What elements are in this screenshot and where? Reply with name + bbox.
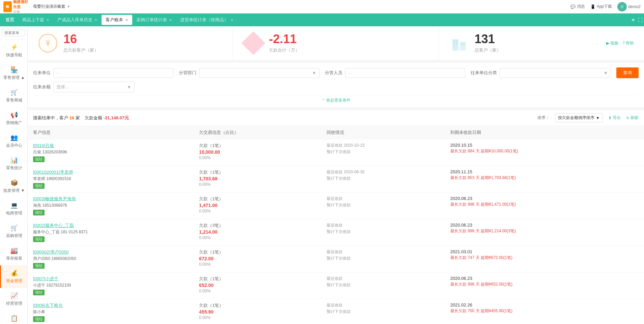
balance-select[interactable]: 选择... ▼ — [53, 82, 134, 92]
overdue-amount-5[interactable]: 超期¥652.00(1笔) — [481, 282, 512, 287]
sidebar-item-member[interactable]: 👥 会员中心 — [0, 130, 27, 152]
debt-count-2: 欠款（1笔） — [199, 196, 316, 202]
overdue-amount-0[interactable]: 超期¥10,000.00(1笔) — [481, 149, 518, 153]
view-video-btn[interactable]: ▶ 视频 — [606, 40, 618, 46]
cell-due-5: 2020.06.23 最长欠款 998 天 超期¥652.00(1笔) — [445, 272, 644, 299]
debt-ratio-3: 0.00% — [199, 235, 316, 240]
sidebar-search-input[interactable] — [2, 29, 25, 36]
logo-area: 畅 畅捷通好生意 示例 — [3, 0, 30, 14]
sidebar-item-finance[interactable]: 💰 资金管理 — [0, 265, 27, 288]
maximize-icon[interactable]: ⛶ — [638, 17, 643, 23]
sidebar-item-marketing[interactable]: 📢 营销推广 — [0, 107, 27, 130]
cell-debt-0: 欠款（1笔） 10,000.00 0.00% — [194, 139, 321, 166]
tab-purchase-stats-label: 采购订单统计表 — [136, 17, 167, 23]
cell-payment-0: 最近收款 2020-10-15 预计下次收款 — [321, 139, 445, 166]
user-area[interactable]: D demo2 — [617, 2, 641, 11]
close-all-tabs-icon[interactable]: ✕ — [631, 17, 635, 23]
sort-select[interactable]: 按欠款金额倒序排序 ▼ — [555, 113, 603, 122]
customer-name-3[interactable]: [0002]服务中心_丁磊 — [33, 223, 188, 229]
stat-card-actions: ▶ 视频 ? 帮助 — [606, 40, 634, 46]
debt-amount-0[interactable]: 10,000.00 — [199, 149, 316, 155]
from-unit-input[interactable]: ··· — [53, 68, 173, 78]
debt-count-1: 欠款（1笔） — [199, 169, 316, 175]
customer-name-6[interactable]: [0006]去下粮仓 — [33, 302, 188, 308]
sidebar-item-quick-nav[interactable]: ⚡ 快捷导航 — [0, 39, 27, 62]
query-button[interactable]: 查询 — [616, 67, 639, 78]
customer-tag-5: 现结 — [33, 290, 45, 295]
customer-name-1[interactable]: [0001020001]李老师 — [33, 169, 188, 175]
table-row: [0001020001]李老师 李老师 18600391516 现结 欠款（1笔… — [28, 166, 644, 193]
manager-input[interactable]: ··· — [345, 68, 465, 78]
tab-product-history-close[interactable]: ✕ — [94, 18, 97, 22]
tab-product-history-label: 产成品入库单历史 — [57, 17, 92, 23]
customer-name-2[interactable]: [0003]畅捷服务尹海燕 — [33, 196, 188, 202]
svg-rect-6 — [461, 43, 463, 45]
app-download-btn[interactable]: 📱 App下载 — [590, 4, 612, 9]
tab-purchase-stats-close[interactable]: ✕ — [169, 18, 172, 22]
customer-name-5[interactable]: [0007]小进干 — [33, 276, 188, 282]
tab-home[interactable]: 首页 — [1, 15, 18, 25]
export-btn[interactable]: ⬆ 导出 — [608, 115, 621, 121]
tab-inbound-stats[interactable]: 进货单统计表（按商品） ✕ — [176, 15, 237, 25]
sidebar-item-batch-mgmt[interactable]: 📦 批发管理 ▼ — [0, 175, 27, 198]
debt-amount-4[interactable]: 672.00 — [199, 256, 316, 261]
customer-unit: 家 — [76, 115, 80, 120]
sidebar-item-purchase[interactable]: 🛒 采购管理 — [0, 220, 27, 243]
sidebar-item-business-label: 经营管理 — [6, 301, 22, 306]
debt-amount-3[interactable]: 1,214.00 — [199, 229, 316, 235]
tab-customer-account[interactable]: 客户账本 ✕ — [102, 15, 132, 25]
customer-name-0[interactable]: [0016]吕俊 — [33, 143, 188, 149]
sidebar-item-business[interactable]: 📈 经营管理 — [0, 288, 27, 311]
overdue-amount-3[interactable]: 超期¥1,214.00(3笔) — [481, 229, 516, 233]
tab-product-history[interactable]: 产成品入库单历史 ✕ — [53, 15, 102, 25]
company-selector[interactable]: 母婴行业演示账套 ▼ — [33, 4, 70, 9]
refresh-label: 刷新 — [631, 115, 639, 121]
dept-input[interactable]: ▼ — [199, 68, 319, 78]
debt-amount-2[interactable]: 1,471.00 — [199, 203, 316, 208]
tab-purchase-stats[interactable]: 采购订单统计表 ✕ — [132, 15, 176, 25]
sidebar-item-inventory[interactable]: 🏭 库存核算 — [0, 243, 27, 265]
unit-category-input[interactable]: ▼ — [500, 68, 611, 78]
retail-mall-icon: 🛒 — [10, 89, 18, 96]
overdue-amount-2[interactable]: 超期¥1,471.00(1笔) — [481, 202, 516, 207]
export-icon: ⬆ — [608, 116, 612, 120]
table-row: [000002]用户2050 用户2050 18665062050 现结 欠款（… — [28, 246, 644, 272]
tab-customer-account-close[interactable]: ✕ — [125, 18, 128, 22]
app-name: 畅捷通好生意 — [13, 0, 30, 9]
customer-name-4[interactable]: [000002]用户2050 — [33, 249, 188, 255]
app-download-icon: 📱 — [590, 4, 595, 9]
sidebar-item-basic-info[interactable]: 📋 基础信息 — [0, 311, 27, 324]
purchase-icon: 🛒 — [10, 224, 18, 232]
sidebar-item-retail-mall[interactable]: 🛒 零售商城 — [0, 85, 27, 107]
help-btn[interactable]: ? 帮助 — [622, 40, 634, 46]
sidebar-item-retail-mgmt[interactable]: 🏪 零售管理 ▲ — [0, 62, 27, 85]
tab-inbound-stats-close[interactable]: ✕ — [230, 18, 233, 22]
sidebar-search-area — [0, 26, 27, 39]
message-btn[interactable]: 💬 消息 — [570, 4, 585, 9]
sidebar-item-ecommerce[interactable]: 💻 电商管理 — [0, 198, 27, 220]
collapse-btn[interactable]: ⌃ 收起更多条件 — [321, 97, 351, 103]
overdue-amount-6[interactable]: 超期¥455.90(1笔) — [481, 308, 512, 313]
tab-product-offline[interactable]: 商品上下架 ✕ — [18, 15, 53, 25]
debt-amount-6[interactable]: 455.90 — [199, 309, 316, 315]
sidebar-item-retail-stats[interactable]: 📊 零售统计 — [0, 152, 27, 175]
table-header-row: 客户信息 欠交易信息（占比） 回收情况 到期未收款日期 — [28, 126, 644, 139]
stat-info-debt-customers: 16 总欠款客户（家） — [63, 33, 99, 53]
last-payment-4: 最近收款 — [327, 249, 440, 255]
overdue-amount-1[interactable]: 超期¥1,703.68(1笔) — [481, 175, 516, 180]
debt-ratio-0: 0.00% — [199, 155, 316, 160]
tab-product-offline-close[interactable]: ✕ — [46, 18, 49, 22]
business-icon: 📈 — [10, 292, 18, 299]
stat-icon-building — [449, 33, 469, 53]
cell-customer-1: [0001020001]李老师 李老师 18600391516 现结 — [28, 166, 194, 193]
cell-due-2: 2020.06.23 最长欠款 998 天 超期¥1,471.00(1笔) — [445, 193, 644, 219]
refresh-btn[interactable]: ↻ 刷新 — [626, 115, 639, 121]
debt-amount-5[interactable]: 652.00 — [199, 283, 316, 288]
sidebar-item-retail-stats-label: 零售统计 — [6, 165, 22, 171]
customer-contact-6: 陈小希 — [33, 309, 188, 315]
overdue-amount-4[interactable]: 超期¥672.00(1笔) — [481, 255, 512, 260]
debt-amount-1[interactable]: 1,703.68 — [199, 176, 316, 181]
filter-manager: 分管人员 ··· — [325, 68, 465, 78]
last-payment-5: 最近收款 — [327, 276, 440, 282]
overdue-days-2: 最长欠款 998 天 超期¥1,471.00(1笔) — [450, 202, 639, 207]
